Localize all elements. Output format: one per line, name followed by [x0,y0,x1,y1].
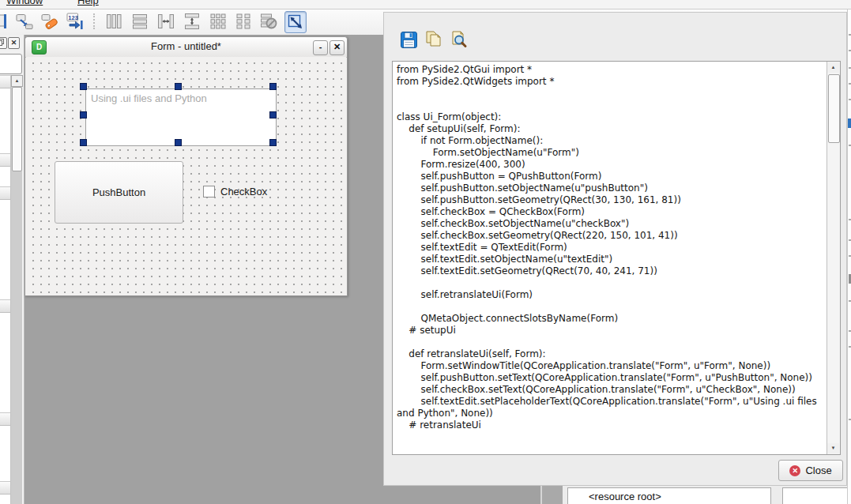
code-line: self.pushButton = QPushButton(Form) [397,171,827,182]
widget-category-bar[interactable] [0,153,10,167]
code-line: Form.setObjectName(u"Form") [397,147,827,159]
close-circle-icon: ✕ [789,465,800,476]
layout-vertical-icon[interactable] [130,11,150,32]
layout-form-icon[interactable] [233,11,254,32]
find-icon[interactable] [449,29,469,50]
code-line: self.pushButton.setText(QCoreApplication… [397,372,827,384]
selection-handle[interactable] [269,83,277,90]
code-line: self.textEdit.setPlaceholderText(QCoreAp… [397,396,827,408]
layout-vertical-splitter-icon[interactable] [182,11,202,32]
menu-item-help[interactable]: Help [77,0,99,6]
edit-widgets-partial-icon[interactable] [0,11,10,32]
scroll-down-icon[interactable]: ▼ [827,443,839,453]
close-dialog-button[interactable]: ✕ Close [778,460,843,481]
generated-code-view[interactable]: from PySide2.QtGui import *from PySide2.… [392,61,841,455]
code-line: self.retranslateUi(Form) [397,289,827,301]
code-preview-dialog: from PySide2.QtGui import *from PySide2.… [383,12,847,486]
widget-category-bar[interactable] [0,75,10,88]
code-scrollbar[interactable]: ▲ ▼ [827,62,840,454]
selection-handle[interactable] [269,111,277,118]
code-line: self.pushButton.setGeometry(QRect(30, 13… [397,194,827,206]
code-line: self.checkBox = QCheckBox(Form) [397,206,827,218]
widget-box-search-input[interactable] [0,54,22,74]
widget-box-dock: ✕ ▲ [0,35,24,504]
code-line: and Python", None)) [397,408,827,419]
menu-item-window[interactable]: Window [6,0,43,6]
layout-horizontal-splitter-icon[interactable] [156,11,176,32]
code-line: self.checkBox.setText(QCoreApplication.t… [397,384,827,396]
copy-icon[interactable] [424,29,444,50]
svg-text:123: 123 [68,14,78,21]
save-icon[interactable] [398,29,419,50]
selection-handle[interactable] [269,139,277,146]
code-line: from PySide2.QtWidgets import * [397,76,827,88]
form-canvas[interactable]: Using .ui files and Python PushButton Ch… [26,57,346,295]
scroll-up-icon[interactable]: ▲ [827,62,839,73]
code-line: # setupUi [397,325,827,337]
code-line [397,277,827,289]
code-line: self.checkBox.setGeometry(QRect(220, 150… [397,230,827,242]
edit-signals-slots-icon[interactable] [14,11,35,32]
selection-handle[interactable] [175,83,182,90]
edit-buddies-icon[interactable] [40,11,60,32]
checkbox-box[interactable] [203,186,215,197]
layout-horizontal-icon[interactable] [104,11,124,32]
selection-handle[interactable] [80,83,87,90]
checkbox-label: CheckBox [220,186,267,197]
widget-box-tree[interactable] [0,75,10,504]
edge-selected-row [848,118,851,128]
scroll-up-icon[interactable]: ▲ [11,75,23,87]
form-editor-window: D Form - untitled* - ✕ Using .ui files a… [24,36,348,296]
adjust-size-icon[interactable] [284,11,307,33]
dock-close-icon[interactable]: ✕ [8,37,20,49]
pushbutton-widget[interactable]: PushButton [55,161,183,224]
minimize-button[interactable]: - [313,40,328,55]
break-layout-icon[interactable] [258,11,279,32]
code-line: QMetaObject.connectSlotsByName(Form) [397,313,827,325]
scrollbar-thumb[interactable] [12,87,22,171]
resource-root-item[interactable]: <resource root> [567,487,771,504]
selection-handle[interactable] [175,139,182,146]
code-line: def setupUi(self, Form): [397,123,827,135]
toolbar-separator [93,13,96,29]
code-line [397,337,827,348]
code-text: from PySide2.QtGui import *from PySide2.… [393,62,827,431]
selection-handle[interactable] [80,139,87,146]
code-line: from PySide2.QtGui import * [397,64,827,76]
code-line: class Ui_Form(object): [397,111,827,123]
code-line [397,88,827,100]
code-line: self.textEdit.setObjectName(u"textEdit") [397,254,827,265]
dock-float-icon[interactable] [0,37,7,49]
selection-handle[interactable] [80,111,87,118]
code-line: if not Form.objectName(): [397,135,827,147]
scrollbar-thumb[interactable] [828,74,840,143]
resource-preview-pane[interactable] [782,487,849,504]
code-line [397,100,827,111]
widget-box-scrollbar[interactable]: ▲ [10,75,22,504]
form-window-title: Form - untitled* [25,40,347,52]
code-line [397,301,827,313]
close-button[interactable]: ✕ [329,40,345,55]
code-line: def retranslateUi(self, Form): [397,348,827,360]
textedit-widget[interactable]: Using .ui files and Python [85,88,277,146]
code-line: self.pushButton.setObjectName(u"pushButt… [397,182,827,194]
code-line: self.checkBox.setObjectName(u"checkBox") [397,218,827,230]
edit-tab-order-icon[interactable]: 123 [65,11,85,32]
code-line: self.textEdit = QTextEdit(Form) [397,242,827,254]
menu-bar: Window Help [0,0,851,9]
screen-edge-panel [847,9,851,504]
layout-grid-icon[interactable] [208,11,228,32]
code-line: Form.resize(400, 300) [397,159,827,171]
widget-category-bar[interactable] [0,481,10,495]
code-line: # retranslateUi [397,419,827,431]
textedit-placeholder: Using .ui files and Python [91,92,207,104]
resource-root-label: <resource root> [589,491,661,502]
widget-category-bar[interactable] [0,186,10,200]
code-line: Form.setWindowTitle(QCoreApplication.tra… [397,360,827,372]
code-line: self.textEdit.setGeometry(QRect(70, 40, … [397,265,827,277]
close-button-label: Close [805,465,831,476]
widget-category-bar[interactable] [0,412,10,426]
form-window-titlebar[interactable]: D Form - untitled* - ✕ [25,37,347,58]
widget-category-bar[interactable] [0,299,10,313]
checkbox-widget[interactable]: CheckBox [203,185,267,197]
